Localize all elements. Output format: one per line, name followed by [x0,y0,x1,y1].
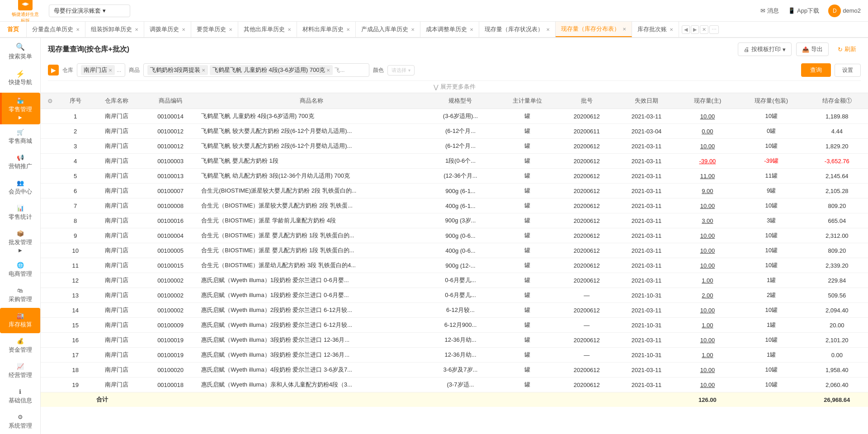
row-qty-main[interactable]: 10.00 [678,258,737,273]
product-filter-box[interactable]: 飞鹤奶粉3段两提装 ✕ 飞鹤星飞帆 儿童奶粉 4段(3-6岁适用) 700克 ✕… [143,63,369,77]
template-print-btn[interactable]: 🖨 按模板打印 ▾ [738,42,792,56]
row-qty-main[interactable]: 10.00 [678,109,737,124]
sidebar-item-retail-mgmt[interactable]: 🏪 零售管理 ▶ [0,93,40,124]
row-qty-main[interactable]: 0.00 [678,124,737,139]
row-unit: 罐 [496,333,558,348]
tab-close-material-out[interactable]: ✕ [346,27,350,32]
row-qty-main[interactable]: 10.00 [678,198,737,213]
settings-btn[interactable]: 设置 [835,64,861,77]
row-batch: 20200612 [558,213,615,228]
sidebar-item-basic-info[interactable]: ℹ 基础信息 [0,384,40,409]
tab-inventory-status[interactable]: 现存量（库存状况表） ✕ [479,22,556,37]
filter-expand-btn[interactable]: ▶ [48,65,59,75]
tab-disassemble[interactable]: 组装拆卸单历史 ✕ [85,22,144,37]
expand-more-btn[interactable]: ⋁ 展开更多条件 [434,83,476,91]
tab-menu-btn[interactable]: ⋯ [709,25,719,34]
row-qty-main[interactable]: 1.00 [678,273,737,288]
color-dropdown-icon[interactable]: ▾ [408,68,410,73]
export-btn[interactable]: 📤 导出 [796,42,829,56]
tab-close-other-out[interactable]: ✕ [288,27,291,32]
row-settings [41,139,60,154]
sidebar-item-ecommerce[interactable]: 🌐 电商管理 [0,257,40,283]
row-qty-main[interactable]: 10.00 [678,139,737,154]
tab-close-cost-adjust[interactable]: ✕ [470,27,473,32]
warehouse-more[interactable]: ... [117,67,121,73]
sidebar-item-finance[interactable]: 💰 资金管理 [0,333,40,359]
tab-product-in[interactable]: 产成品入库单历史 ✕ [356,22,420,37]
row-product-code: 00100012 [142,139,199,154]
row-batch: — [558,348,615,363]
sidebar-item-system[interactable]: ⚙ 系统管理 [0,409,40,434]
sidebar-item-inventory[interactable]: 🏭 库存核算 [0,308,40,333]
product-tag-1-close[interactable]: ✕ [202,68,205,73]
row-qty-main[interactable]: 10.00 [678,333,737,348]
org-select-chevron: ▾ [103,7,106,14]
row-qty-main[interactable]: 1.00 [678,348,737,363]
top-bar: 畅捷通好生意 标版 母婴行业演示账套 ▾ ✉ 消息 📱 App下载 D demo… [0,0,868,22]
th-settings[interactable]: ⚙ [41,93,60,109]
sidebar-item-wholesale[interactable]: 📦 批发管理 ▶ [0,226,40,257]
tab-home[interactable]: 首页 [0,22,27,37]
row-qty-main[interactable]: 10.00 [678,377,737,392]
app-download-btn[interactable]: 📱 App下载 [788,7,819,15]
row-no: 16 [60,333,91,348]
row-no: 19 [60,377,91,392]
row-qty-main[interactable]: 9.00 [678,184,737,198]
product-more[interactable]: 飞... [335,66,344,74]
query-btn[interactable]: 查询 [801,63,831,77]
tab-close-purchase[interactable]: ✕ [229,27,232,32]
row-product-name: 飞鹤星飞帆 较大婴儿配方奶粉 2段(6-12个月婴幼儿适用)... [198,139,424,154]
tab-batch-ledger[interactable]: 库存批次账 ✕ [632,22,679,37]
tab-next-btn[interactable]: ▶ [691,25,699,34]
purchase-icon: 🛍 [17,287,23,294]
row-qty-main[interactable]: 10.00 [678,228,737,243]
row-qty-main[interactable]: 11.00 [678,169,737,184]
sidebar-item-retail-shop[interactable]: 🛒 零售商城 [0,124,40,150]
tab-close-all-btn[interactable]: ✕ [700,25,708,34]
row-expire: 2021-03-04 [615,124,678,139]
user-area[interactable]: D demo2 [828,5,861,17]
refresh-btn[interactable]: ↻ 刷新 [833,43,861,56]
tab-purchase[interactable]: 要货单历史 ✕ [191,22,238,37]
row-settings [41,303,60,318]
sidebar-item-operations[interactable]: 📈 经营管理 [0,359,40,384]
tab-close-inventory-status[interactable]: ✕ [546,27,550,32]
product-tag-2-close[interactable]: ✕ [326,68,330,73]
sidebar-item-purchase[interactable]: 🛍 采购管理 [0,283,40,308]
color-filter-box[interactable]: 请选择 ▾ [387,65,415,75]
tab-prev-btn[interactable]: ◀ [682,25,690,34]
system-label: 系统管理 [9,422,32,430]
tab-close-disassemble[interactable]: ✕ [135,27,138,32]
row-qty-main[interactable]: 3.00 [678,213,737,228]
tab-inventory-dist[interactable]: 现存量（库存分布表） ✕ [556,22,632,37]
org-select[interactable]: 母婴行业演示账套 ▾ [49,5,130,17]
sidebar-item-marketing[interactable]: 📢 营销推广 [0,150,40,175]
tab-other-out[interactable]: 其他出库单历史 ✕ [238,22,297,37]
tab-close-split[interactable]: ✕ [76,27,80,32]
row-qty-main[interactable]: 10.00 [678,303,737,318]
sidebar-search[interactable]: 🔍 搜索英单 [0,38,40,63]
tab-close-inventory-dist[interactable]: ✕ [623,27,626,32]
tab-close-batch-ledger[interactable]: ✕ [670,27,673,32]
tab-close-mix[interactable]: ✕ [182,27,185,32]
row-warehouse: 南岸门店 [91,303,142,318]
row-qty-main[interactable]: -39.00 [678,154,737,169]
row-qty-main[interactable]: 10.00 [678,243,737,258]
row-qty-main[interactable]: 1.00 [678,318,737,333]
sidebar-nav[interactable]: ⚡ 快捷导航 [0,67,40,89]
footer-qty-pkg-empty [737,392,806,407]
warehouse-tag-close[interactable]: ✕ [108,68,112,73]
sidebar-item-retail-stats[interactable]: 📊 零售统计 [0,200,40,226]
tab-close-product-in[interactable]: ✕ [411,27,415,32]
tab-mix[interactable]: 调拨单历史 ✕ [144,22,191,37]
warehouse-filter-box[interactable]: 南岸门店 ✕ ... [77,63,125,77]
row-qty-main[interactable]: 10.00 [678,363,737,377]
expand-more-row: ⋁ 展开更多条件 [48,80,861,93]
row-qty-pkg: 10罐 [737,333,806,348]
sidebar-item-member[interactable]: 👥 会员中心 [0,175,40,200]
tab-split-inventory[interactable]: 分量盘点单历史 ✕ [27,22,85,37]
message-btn[interactable]: ✉ 消息 [760,7,779,15]
row-qty-main[interactable]: 2.00 [678,288,737,303]
tab-material-out[interactable]: 材料出库单历史 ✕ [297,22,356,37]
tab-cost-adjust[interactable]: 成本调整单历史 ✕ [420,22,479,37]
